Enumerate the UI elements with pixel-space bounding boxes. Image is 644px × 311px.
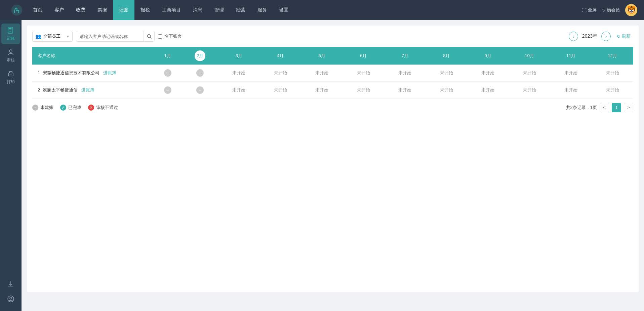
year-nav: ‹ 2023年 › <box>569 32 611 41</box>
nav-bookkeeping[interactable]: 记账 <box>113 0 134 20</box>
month-6-cell: 未开始 <box>343 82 384 99</box>
print-icon <box>7 70 15 78</box>
refresh-button[interactable]: ↻ 刷新 <box>614 32 633 41</box>
month-1-cell: − <box>153 65 182 82</box>
fullscreen-button[interactable]: ⛶ 全屏 <box>582 7 597 13</box>
next-page-button[interactable]: > <box>624 103 633 112</box>
header-month-3: 3月 <box>218 47 259 65</box>
nav-home[interactable]: 首页 <box>27 0 48 20</box>
nav-items: 首页 客户 收费 票据 记账 报税 工商项目 消息 管理 经营 服务 设置 <box>27 0 582 20</box>
customer-name: 安徽畅捷通信息技术有限公司 <box>43 70 99 75</box>
prev-page-button[interactable]: < <box>600 103 609 112</box>
account-checkbox[interactable] <box>158 34 162 39</box>
month-7-cell: 未开始 <box>384 65 426 82</box>
chevron-down-icon: ▼ <box>66 35 70 38</box>
search-button[interactable] <box>144 31 154 42</box>
bookkeeping-icon <box>7 26 15 34</box>
status-dot: − <box>196 69 204 77</box>
nav-message[interactable]: 消息 <box>187 0 208 20</box>
vip-icon: ▷ <box>602 8 605 13</box>
svg-rect-3 <box>9 30 12 30</box>
status-dot: − <box>164 86 171 94</box>
nav-manage[interactable]: 管理 <box>208 0 230 20</box>
month-3-cell: 未开始 <box>218 82 259 99</box>
month-3-cell: 未开始 <box>218 65 259 82</box>
month-8-cell: 未开始 <box>426 65 467 82</box>
bookkeeping-table: 客户名称 1月 2月 3月 4月 5月 6月 7月 8月 9月 10月 11月 <box>32 47 633 99</box>
main-layout: 记账 审核 打印 <box>0 20 644 311</box>
employee-select[interactable]: 👥 全部员工 ▼ <box>32 31 73 42</box>
legend-failed: ✕ 审核不通过 <box>88 105 118 111</box>
enter-ledger-link[interactable]: 进账簿 <box>81 87 94 92</box>
nav-business[interactable]: 工商项目 <box>156 0 187 20</box>
year-display: 2023年 <box>582 33 597 39</box>
sidebar-bottom <box>1 277 20 311</box>
row-index: 1 <box>38 70 40 75</box>
not-started-label: 未建账 <box>40 105 53 111</box>
pagination: 共2条记录，1页 < 1 > <box>566 103 633 112</box>
svg-point-5 <box>9 50 12 52</box>
enter-ledger-link[interactable]: 进账簿 <box>103 70 116 75</box>
header-month-1: 1月 <box>153 47 182 65</box>
vip-button[interactable]: ▷ 畅会员 <box>602 7 620 13</box>
row-index: 2 <box>38 87 40 92</box>
sidebar-item-print[interactable]: 打印 <box>1 67 20 88</box>
audit-icon <box>7 48 15 56</box>
header-month-10: 10月 <box>509 47 550 65</box>
avatar[interactable]: 🐯 <box>625 4 637 16</box>
sidebar-item-user[interactable] <box>1 292 20 306</box>
nav-invoice[interactable]: 票据 <box>91 0 113 20</box>
month-7-cell: 未开始 <box>384 82 426 99</box>
top-navigation: 首页 客户 收费 票据 记账 报税 工商项目 消息 管理 经营 服务 设置 ⛶ … <box>0 0 644 20</box>
footer-bar: − 未建账 ✓ 已完成 ✕ 审核不通过 共2条记录，1页 < 1 <box>32 99 633 112</box>
table-row: 2 漠澜太平畅捷通信 进账簿−−未开始未开始未开始未开始未开始未开始未开始未开始… <box>32 82 633 99</box>
month-12-cell: 未开始 <box>592 65 633 82</box>
nav-collection[interactable]: 收费 <box>70 0 91 20</box>
table-container: 客户名称 1月 2月 3月 4月 5月 6月 7月 8月 9月 10月 11月 <box>32 47 633 99</box>
sidebar-item-download[interactable] <box>1 277 20 291</box>
month-4-cell: 未开始 <box>260 82 301 99</box>
nav-tax[interactable]: 报税 <box>134 0 156 20</box>
nav-settings[interactable]: 设置 <box>273 0 294 20</box>
month-5-cell: 未开始 <box>301 82 343 99</box>
search-input[interactable] <box>76 31 144 41</box>
not-started-dot: − <box>32 105 38 111</box>
completed-dot: ✓ <box>60 105 66 111</box>
sidebar-item-audit[interactable]: 审核 <box>1 45 20 66</box>
sidebar-item-bookkeeping[interactable]: 记账 <box>1 24 20 44</box>
failed-dot: ✕ <box>88 105 94 111</box>
nav-operation[interactable]: 经营 <box>230 0 251 20</box>
content-card: 👥 全部员工 ▼ 名下账套 <box>27 26 639 292</box>
refresh-icon: ↻ <box>617 34 620 39</box>
month-10-cell: 未开始 <box>509 65 550 82</box>
table-header: 客户名称 1月 2月 3月 4月 5月 6月 7月 8月 9月 10月 11月 <box>32 47 633 65</box>
total-info: 共2条记录，1页 <box>566 105 597 111</box>
header-month-7: 7月 <box>384 47 426 65</box>
fullscreen-icon: ⛶ <box>582 8 587 13</box>
customer-name-cell: 2 漠澜太平畅捷通信 进账簿 <box>32 82 153 99</box>
legend: − 未建账 ✓ 已完成 ✕ 审核不通过 <box>32 105 118 111</box>
customer-name-cell: 1 安徽畅捷通信息技术有限公司 进账簿 <box>32 65 153 82</box>
month-11-cell: 未开始 <box>550 65 592 82</box>
month-8-cell: 未开始 <box>426 82 467 99</box>
nav-service[interactable]: 服务 <box>251 0 273 20</box>
month-9-cell: 未开始 <box>467 82 509 99</box>
nav-customer[interactable]: 客户 <box>48 0 70 20</box>
month-5-cell: 未开始 <box>301 65 343 82</box>
people-icon: 👥 <box>35 34 41 39</box>
account-filter-checkbox[interactable]: 名下账套 <box>158 33 182 39</box>
next-year-button[interactable]: › <box>601 32 611 41</box>
header-month-4: 4月 <box>260 47 301 65</box>
svg-rect-1 <box>8 27 13 33</box>
app-logo <box>7 0 27 20</box>
search-box <box>76 31 155 42</box>
month-2-cell: − <box>182 82 218 99</box>
header-month-12: 12月 <box>592 47 633 65</box>
filter-row: 👥 全部员工 ▼ 名下账套 <box>32 31 633 42</box>
svg-rect-7 <box>9 75 12 75</box>
header-month-6: 6月 <box>343 47 384 65</box>
month-10-cell: 未开始 <box>509 82 550 99</box>
current-page-button[interactable]: 1 <box>612 103 621 112</box>
prev-year-button[interactable]: ‹ <box>569 32 578 41</box>
month-4-cell: 未开始 <box>260 65 301 82</box>
